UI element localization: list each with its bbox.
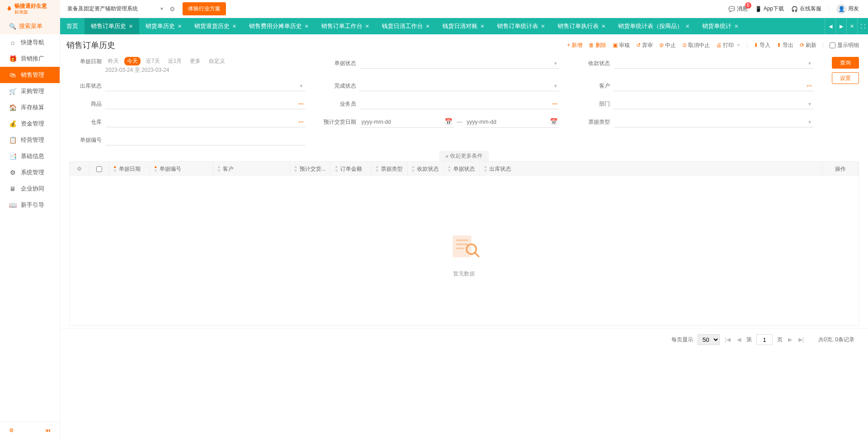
export-button[interactable]: ⬆导出 [777,42,793,49]
tabs-close-all[interactable]: ✕ [846,18,857,34]
salesman-input[interactable] [360,98,560,109]
stop-button[interactable]: ⊘中止 [659,42,676,49]
tab[interactable]: 首页 [60,18,84,34]
sidebar-item[interactable]: ⌂快捷导航 [0,34,60,51]
show-detail-checkbox[interactable] [830,42,835,48]
close-icon[interactable]: ✕ [365,23,369,29]
page-input[interactable] [756,334,773,345]
tabs-scroll-right[interactable]: ▶ [835,18,846,34]
expect-date-from[interactable] [360,116,454,128]
close-icon[interactable]: ✕ [685,23,690,29]
close-icon[interactable]: ✕ [541,23,545,29]
close-icon[interactable]: ✕ [426,23,430,29]
sidebar-item[interactable]: ⚙系统管理 [0,164,60,181]
online-service-link[interactable]: 🎧 在线客服 [791,5,821,13]
table-col-header[interactable]: ▲▼单据日期 [109,162,150,176]
close-icon[interactable]: ✕ [480,23,484,29]
tabs-fullscreen[interactable]: ⛶ [857,18,868,34]
bill-no-input[interactable] [105,134,305,145]
table-settings-button[interactable]: ⚙ [70,162,89,176]
settings-button[interactable]: 设置 [832,72,859,84]
date-range-option[interactable]: 今天 [124,57,141,65]
close-icon[interactable]: ✕ [232,23,236,29]
collapse-filters-button[interactable]: « 收起更多条件 [439,151,489,161]
sidebar-item[interactable]: 📖新手引导 [0,197,60,213]
system-selector[interactable]: 装备及固定资产辅助管理系统 ▼ [67,5,164,13]
messages-link[interactable]: 💬 消息 6 [728,5,748,13]
date-range-option[interactable]: 更多 [187,57,203,65]
date-range-option[interactable]: 昨天 [105,57,122,65]
tab[interactable]: 销售订单历史✕ [84,18,139,34]
first-page-button[interactable]: |◀ [724,336,732,343]
out-status-select[interactable] [105,79,305,91]
close-icon[interactable]: ✕ [601,23,605,29]
query-button[interactable]: 查询 [832,57,859,69]
last-page-button[interactable]: ▶| [798,336,805,343]
calendar-icon[interactable]: 📅 [550,118,558,125]
app-download-link[interactable]: 📱 App下载 [755,5,784,13]
next-page-button[interactable]: ▶ [787,336,793,343]
sidebar-item[interactable]: 📋经营管理 [0,132,60,148]
warehouse-input[interactable] [105,116,305,127]
tab[interactable]: 销货单历史✕ [139,18,188,34]
tabs-scroll-left[interactable]: ◀ [825,18,835,34]
sidebar-item[interactable]: 🛒采购管理 [0,83,60,99]
table-col-header[interactable]: ▲▼单据状态 [444,162,480,176]
tab[interactable]: 销售订单统计表✕ [491,18,551,34]
date-range-option[interactable]: 近7天 [143,57,163,65]
customer-input[interactable] [614,79,814,91]
industry-plan-button[interactable]: 体验行业方案 [183,2,226,15]
close-icon[interactable]: ✕ [305,23,309,29]
tab[interactable]: 销货退货历史✕ [188,18,243,34]
table-col-header[interactable]: ▲▼单据编号 [150,162,213,176]
delete-button[interactable]: 🗑删除 [589,42,606,49]
select-all-checkbox[interactable] [96,166,102,172]
expect-date-to[interactable] [465,116,559,128]
tab[interactable]: 销货单统计表（按商品）✕ [612,18,696,34]
table-col-header[interactable]: ▲▼收款状态 [408,162,444,176]
add-button[interactable]: +新增 [567,42,582,49]
lookup-icon[interactable]: ⋯ [807,83,812,89]
settings-icon[interactable]: ⚙ [9,427,14,433]
abandon-audit-button[interactable]: ↺弃审 [636,42,653,49]
unstop-button[interactable]: ⊙取消中止 [682,42,710,49]
table-col-header[interactable]: ▲▼票据类型 [371,162,408,176]
show-detail-toggle[interactable]: 显示明细 [830,42,859,49]
tab[interactable]: 销售费用分摊单历史✕ [243,18,315,34]
sidebar-search[interactable]: 🔍 搜索菜单 [0,18,60,34]
refresh-button[interactable]: ⟳刷新 [800,42,816,49]
audit-button[interactable]: ▣审核 [613,42,630,49]
close-icon[interactable]: ✕ [734,23,738,29]
close-icon[interactable]: ✕ [178,23,182,29]
sidebar-item[interactable]: 🎁营销推广 [0,51,60,67]
table-col-header[interactable]: ▲▼预计交货... [290,162,331,176]
table-col-header[interactable]: ▲▼出库状态 [480,162,822,176]
calendar-icon[interactable]: 📅 [445,118,452,125]
tab[interactable]: 钱货日清工作台✕ [375,18,436,34]
page-size-select[interactable]: 50 [698,334,720,345]
user-menu[interactable]: 👤 用友 [836,4,859,14]
sidebar-item[interactable]: 🛍销售管理 [0,67,60,83]
date-range-option[interactable]: 近1月 [165,57,185,65]
import-button[interactable]: ⬇导入 [754,42,770,49]
lookup-icon[interactable]: ⋯ [298,101,304,107]
date-range-option[interactable]: 自定义 [206,57,228,65]
product-input[interactable] [105,98,305,109]
sidebar-item[interactable]: 🏠库存核算 [0,99,60,116]
tab[interactable]: 销售订单执行表✕ [551,18,612,34]
tab[interactable]: 钱货日清对账✕ [436,18,491,34]
print-button[interactable]: 🖨打印▼ [716,42,741,49]
bill-status-select[interactable] [360,57,560,69]
table-col-header[interactable]: ▲▼客户 [213,162,290,176]
pay-status-select[interactable] [614,57,814,69]
done-status-select[interactable] [360,79,560,91]
tab[interactable]: 销售订单工作台✕ [315,18,375,34]
prev-page-button[interactable]: ◀ [736,336,742,343]
sidebar-item[interactable]: 📑基础信息 [0,148,60,164]
sidebar-item[interactable]: 🖥企业协同 [0,181,60,197]
invoice-type-select[interactable] [614,116,814,127]
brand-logo[interactable]: 畅捷通好生意 标准版 [0,0,60,18]
table-col-header[interactable]: ▲▼订单金额 [331,162,371,176]
gear-icon[interactable]: ⚙ [169,5,175,13]
tab[interactable]: 销货单统计✕ [696,18,745,34]
